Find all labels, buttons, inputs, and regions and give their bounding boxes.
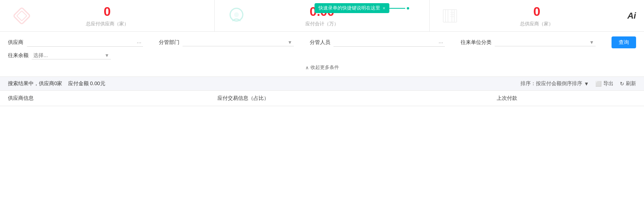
export-icon: ⬜ [595,81,602,87]
filter-supplier: 供应商 ··· [8,38,143,47]
export-label: 导出 [603,80,614,87]
dept-select-wrap: ▼ [183,38,294,46]
tooltip-dot [406,6,410,10]
tooltip-bar: 快速录单的快捷键说明在这里 × [314,3,389,13]
svg-rect-5 [446,10,454,22]
supplier-dots[interactable]: ··· [137,39,141,46]
refresh-button[interactable]: ↻ 刷新 [620,80,636,87]
dept-chevron-icon: ▼ [288,40,292,45]
filter-row-1: 供应商 ··· 分管部门 ▼ 分管人员 ··· 往来单位分 [8,36,636,48]
tooltip-text: 快速录单的快捷键说明在这里 [318,5,380,11]
person-input[interactable] [335,39,438,45]
results-right: 排序：按应付会额倒序排序 ▼ ⬜ 导出 ↻ 刷新 [520,80,636,87]
filter-dept: 分管部门 ▼ [159,38,294,46]
category-select-wrap: ▼ [495,38,596,46]
results-bar: 搜索结果中，供应商0家 应付金额 0.00元 排序：按应付会额倒序排序 ▼ ⬜ … [0,77,644,91]
results-left: 搜索结果中，供应商0家 应付金额 0.00元 [8,80,105,87]
summary-card-3: 0 总供应商（家） Ai [430,0,644,31]
category-chevron-icon: ▼ [589,40,594,45]
collapse-row: ∧ 收起更多条件 [8,63,636,74]
summary-card-2: 快速录单的快捷键说明在这里 × 0.00 应付合计（万） [215,0,429,31]
filter-bar: 供应商 ··· 分管部门 ▼ 分管人员 ··· 往来单位分 [0,32,644,77]
summary-label-2: 应付合计（万） [305,21,339,27]
dept-input[interactable] [184,39,288,45]
results-text: 搜索结果中，供应商0家 [8,80,62,86]
mint-icon [227,6,246,26]
summary-label-1: 总应付供应商（家） [86,21,129,27]
sort-label: 排序：按应付会额倒序排序 [520,80,582,87]
balance-select-wrap: ▼ [32,51,111,59]
supplier-label: 供应商 [8,39,24,46]
table-header: 供应商信息 应付交易信息（占比） 上次付款 [0,91,644,106]
sort-button[interactable]: 排序：按应付会额倒序排序 ▼ [520,80,589,87]
dept-label: 分管部门 [159,39,179,46]
ai-badge: Ai [627,11,636,21]
th-supplier-info: 供应商信息 [8,95,217,102]
supplier-input-wrap: ··· [27,38,143,47]
diamond-icon [12,6,32,26]
export-button[interactable]: ⬜ 导出 [595,80,614,87]
summary-number-3: 0 [533,4,540,19]
supplier-input[interactable] [29,39,137,45]
balance-label: 往来余额 [8,52,29,59]
balance-input[interactable] [33,52,105,58]
collapse-chevron-icon: ∧ [305,65,309,71]
category-label: 往来单位分类 [461,39,492,46]
person-label: 分管人员 [310,39,330,46]
svg-rect-0 [13,7,30,24]
filter-balance: 往来余额 ▼ [8,51,111,59]
summary-card-1: 0 总应付供应商（家） [0,0,215,31]
collapse-label: 收起更多条件 [311,64,339,71]
summary-number-1: 0 [104,4,111,19]
filter-row-2: 往来余额 ▼ [8,51,636,59]
balance-chevron-icon: ▼ [105,53,109,58]
collapse-button[interactable]: ∧ 收起更多条件 [305,64,339,71]
refresh-label: 刷新 [626,80,636,87]
filter-category: 往来单位分类 ▼ [461,38,596,46]
tooltip-close[interactable]: × [383,6,385,11]
svg-rect-1 [17,11,27,21]
th-last-payment: 上次付款 [497,95,636,102]
results-amount: 应付金额 0.00元 [68,80,105,86]
person-input-wrap: ··· [333,38,445,47]
filter-person: 分管人员 ··· [310,38,445,47]
query-button[interactable]: 查询 [612,36,636,48]
svg-point-3 [234,12,239,17]
category-input[interactable] [496,39,589,45]
table-body [0,106,644,204]
person-dots[interactable]: ··· [438,39,443,46]
th-transaction-info: 应付交易信息（占比） [217,95,497,102]
sort-chevron-icon: ▼ [584,81,589,87]
summary-label-3: 总供应商（家） [520,21,553,27]
refresh-icon: ↻ [620,81,624,87]
doc-icon [442,8,465,24]
